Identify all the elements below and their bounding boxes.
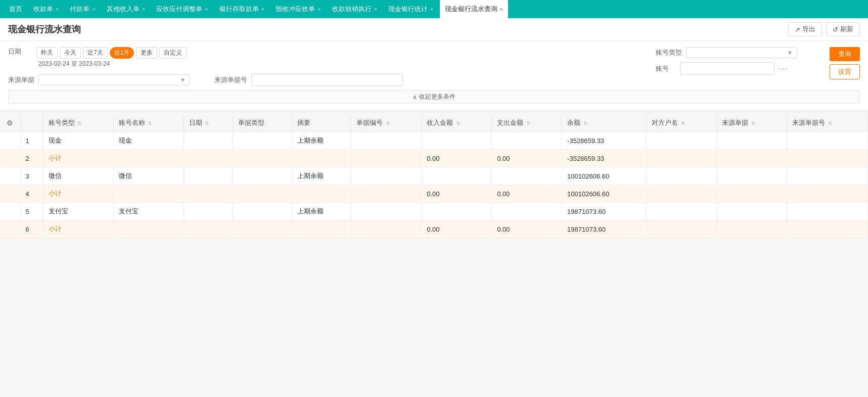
cell-date: [184, 185, 233, 203]
cell-source-doc: [717, 185, 787, 203]
date-btn-more[interactable]: 更多: [136, 47, 157, 59]
col-expense[interactable]: 支出金额 ⇅: [492, 114, 562, 132]
cell-account-name: 微信: [113, 167, 184, 185]
cell-doc-type: [233, 167, 292, 185]
table-row[interactable]: 6 小计 0.00 0.00 19871073.60: [0, 220, 868, 238]
nav-cash-bank-stat-label: 现金银行统计: [388, 5, 428, 14]
nav-receipts[interactable]: 收款单 ×: [28, 0, 64, 18]
nav-bank-deposit[interactable]: 银行存取款单 ×: [214, 0, 269, 18]
cell-source-doc: [717, 132, 787, 150]
cell-summary: [292, 150, 351, 167]
nav-other-income[interactable]: 其他收入单 ×: [102, 0, 150, 18]
nav-collection-exec[interactable]: 收款核销执行 ×: [327, 0, 382, 18]
settings-button[interactable]: 设置: [830, 64, 860, 79]
cell-expense: [492, 132, 562, 150]
nav-ar-ap-adjust-label: 应收应付调整单: [156, 5, 202, 14]
col-counterpart[interactable]: 对方户名 ⇅: [647, 114, 717, 132]
nav-prepay[interactable]: 预收冲应收单 ×: [270, 0, 326, 18]
header-actions: ↗ 导出 ↺ 刷新: [788, 22, 860, 36]
nav-prepay-close[interactable]: ×: [317, 6, 321, 12]
cell-expense: 0.00: [492, 150, 562, 167]
cell-source-doc-no: [787, 167, 868, 185]
cell-expense: [492, 203, 562, 220]
col-balance[interactable]: 余额 ⇅: [562, 114, 647, 132]
table-body: 1 现金 现金 上期余额 -3528659.33 2 小计 0.00 0.00 …: [0, 132, 868, 238]
account-type-select[interactable]: ▼: [686, 47, 797, 58]
cell-doc-no: [351, 203, 422, 220]
col-date[interactable]: 日期 ⇅: [184, 114, 233, 132]
cell-doc-type: [233, 132, 292, 150]
table-row[interactable]: 2 小计 0.00 0.00 -3528659.33: [0, 150, 868, 167]
nav-cash-bank-stat[interactable]: 现金银行统计 ×: [383, 0, 438, 18]
cell-account-type: 微信: [43, 167, 113, 185]
col-doc-no[interactable]: 单据编号 ⇅: [351, 114, 422, 132]
cell-balance: 19871073.60: [562, 220, 647, 238]
refresh-label: 刷新: [840, 25, 853, 34]
col-source-doc[interactable]: 来源单据 ⇅: [717, 114, 787, 132]
cell-settings: [0, 203, 20, 220]
top-nav: 首页 收款单 × 付款单 × 其他收入单 × 应收应付调整单 × 银行存取款单 …: [0, 0, 868, 18]
nav-ar-ap-adjust[interactable]: 应收应付调整单 ×: [151, 0, 213, 18]
collapse-button[interactable]: ∧ 收起更多条件: [8, 90, 860, 104]
cell-counterpart: [647, 185, 717, 203]
date-btn-1month[interactable]: 近1月: [110, 47, 134, 59]
cell-summary: 上期余额: [292, 203, 351, 220]
col-settings[interactable]: ⚙: [0, 114, 20, 132]
nav-other-income-label: 其他收入单: [107, 5, 140, 14]
cell-counterpart: [647, 167, 717, 185]
col-doc-type: 单据类型: [233, 114, 292, 132]
nav-collection-exec-close[interactable]: ×: [374, 6, 377, 12]
date-group: 昨天 今天 近7天 近1月 更多 自定义 2023-02-24 至 2023-0…: [36, 47, 187, 68]
date-btn-today[interactable]: 今天: [60, 47, 81, 59]
table-settings-icon[interactable]: ⚙: [7, 119, 13, 127]
nav-payments[interactable]: 付款单 ×: [65, 0, 100, 18]
cell-account-type: 小计: [43, 220, 113, 238]
table-row[interactable]: 5 支付宝 支付宝 上期余额 19871073.60: [0, 203, 868, 220]
cell-counterpart: [647, 132, 717, 150]
date-filter-label: 日期: [8, 47, 28, 56]
cell-idx: 3: [20, 167, 43, 185]
nav-receipts-close[interactable]: ×: [56, 6, 59, 12]
cell-settings: [0, 220, 20, 238]
cell-idx: 2: [20, 150, 43, 167]
data-table: ⚙ 账号类型 ⇅ 账号名称 ⇅ 日期 ⇅ 单据类型 摘要 单据编号 ⇅ 收入金额…: [0, 114, 868, 238]
cell-date: [184, 203, 233, 220]
nav-bank-deposit-close[interactable]: ×: [261, 6, 264, 12]
cell-settings: [0, 167, 20, 185]
account-no-input[interactable]: [680, 62, 774, 75]
query-button[interactable]: 查询: [830, 47, 860, 61]
nav-home[interactable]: 首页: [4, 0, 27, 18]
cell-income: 0.00: [422, 150, 492, 167]
cell-date: [184, 150, 233, 167]
date-btn-yesterday[interactable]: 昨天: [36, 47, 58, 59]
col-account-type[interactable]: 账号类型 ⇅: [43, 114, 113, 132]
source-doc-no-input[interactable]: [251, 73, 403, 86]
cell-doc-no: [351, 132, 422, 150]
cell-idx: 1: [20, 132, 43, 150]
source-doc-select[interactable]: ▼: [38, 74, 190, 85]
col-income[interactable]: 收入金额 ⇅: [422, 114, 492, 132]
export-button[interactable]: ↗ 导出: [788, 22, 822, 36]
nav-payments-close[interactable]: ×: [92, 6, 95, 12]
table-row[interactable]: 3 微信 微信 上期余额 100102606.60: [0, 167, 868, 185]
account-no-more-btn[interactable]: ···: [779, 64, 788, 73]
nav-cash-bank-flow-close[interactable]: ×: [500, 6, 503, 12]
refresh-button[interactable]: ↺ 刷新: [826, 22, 860, 36]
nav-bank-deposit-label: 银行存取款单: [219, 5, 259, 14]
col-source-doc-no[interactable]: 来源单据号 ⇅: [787, 114, 868, 132]
date-btn-custom[interactable]: 自定义: [159, 47, 187, 59]
nav-other-income-close[interactable]: ×: [142, 6, 145, 12]
nav-cash-bank-stat-close[interactable]: ×: [430, 6, 433, 12]
col-account-name[interactable]: 账号名称 ⇅: [113, 114, 184, 132]
table-row[interactable]: 4 小计 0.00 0.00 100102606.60: [0, 185, 868, 203]
nav-ar-ap-adjust-close[interactable]: ×: [205, 6, 208, 12]
export-icon: ↗: [795, 26, 800, 33]
nav-cash-bank-flow[interactable]: 现金银行流水查询 ×: [440, 0, 508, 18]
table-row[interactable]: 1 现金 现金 上期余额 -3528659.33: [0, 132, 868, 150]
cell-counterpart: [647, 150, 717, 167]
cell-doc-no: [351, 167, 422, 185]
date-btn-7days[interactable]: 近7天: [83, 47, 108, 59]
cell-date: [184, 220, 233, 238]
cell-income: 0.00: [422, 220, 492, 238]
cell-balance: 100102606.60: [562, 167, 647, 185]
